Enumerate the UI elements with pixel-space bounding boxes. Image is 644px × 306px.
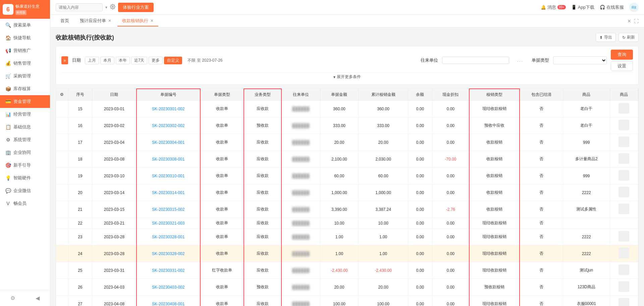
chart-icon: 📊 [5, 112, 11, 117]
filter-date-range: 不限 至 2023-07-26 [187, 58, 222, 63]
cell-counterparty: ██████ [281, 279, 320, 296]
cell-writeoff-type: 收款核销 [469, 184, 520, 201]
sidebar-item-inventory[interactable]: 📦 库存核算 [0, 82, 50, 95]
sidebar-item-sales[interactable]: 💰 销售管理 [0, 57, 50, 70]
sidebar-item-enterprise[interactable]: 🏢 企业协同 [0, 146, 50, 159]
sidebar-item-search[interactable]: 🔍 搜索菜单 [0, 19, 50, 32]
voucher-no-link[interactable]: SK-20230308-001 [152, 157, 184, 162]
cell-date: 2023-04-03 [92, 279, 137, 296]
sidebar-item-purchase[interactable]: 🛒 采购管理 [0, 70, 50, 82]
date-last-month-btn[interactable]: 上月 [85, 57, 99, 64]
tab-home[interactable]: 首页 [56, 16, 74, 26]
table-row: 18 2023-03-08 SK-20230308-001 收款单 应收款 ██… [56, 151, 638, 168]
cell-writeoff-amount: 1.00 [359, 245, 408, 262]
tab-collect[interactable]: 收款核销执行 ✕ [117, 16, 158, 26]
cell-checkbox [56, 134, 68, 151]
voucher-no-link[interactable]: SK-20230304-001 [152, 140, 184, 145]
voucher-no-link[interactable]: SK-20230331-002 [152, 268, 184, 273]
date-7days-btn[interactable]: 近7天 [131, 57, 148, 64]
voucher-no-link[interactable]: SK-20230302-002 [152, 123, 184, 128]
cell-amount: 100.00 [320, 296, 358, 306]
sidebar-item-marketing[interactable]: 📢 营销推广 [0, 44, 50, 57]
chevron-down-icon: ▾ [333, 75, 335, 79]
table-row: 16 2023-03-02 SK-20230302-002 收款单 预收款 ██… [56, 117, 638, 134]
cell-checkbox [56, 117, 68, 134]
voucher-no-link[interactable]: SK-20230403-002 [152, 285, 184, 290]
cell-checkbox [56, 245, 68, 262]
cell-amount: 333.00 [320, 117, 358, 134]
cell-goods: 123D商品 [563, 279, 610, 296]
tab-close-all-icon[interactable]: ✕ [627, 18, 631, 24]
cell-writeoff-amount: 20.00 [359, 279, 408, 296]
user-avatar[interactable]: Rit [629, 3, 639, 12]
tab-expand-icon[interactable]: ⛶ [634, 18, 639, 24]
cell-cash-discount: 0.00 [432, 134, 469, 151]
gear-icon: ⚙ [5, 137, 11, 142]
filter-settings-btn[interactable]: 设置 [611, 61, 633, 71]
sidebar-item-member[interactable]: V 畅会员 [0, 197, 50, 210]
date-this-year-btn[interactable]: 本年 [116, 57, 130, 64]
sidebar-item-finance[interactable]: 💳 资金管理 [0, 95, 50, 108]
cell-writeoff-amount: 2,030.00 [359, 151, 408, 168]
home-icon: 🏠 [5, 35, 11, 41]
cell-include-settled: 否 [520, 201, 563, 218]
cell-cash-discount: 0.00 [432, 184, 469, 201]
query-btn[interactable]: 查询 [611, 50, 633, 60]
notification-btn[interactable]: 🔔 消息 99+ [541, 4, 566, 10]
filter-more-dots[interactable]: ... [513, 58, 528, 63]
export-btn[interactable]: ⬆ 导出 [596, 33, 616, 42]
tab-collect-close[interactable]: ✕ [150, 18, 154, 23]
table-row: 22 2023-03-21 SK-20230321-003 收款单 应收款 ██… [56, 218, 638, 229]
filter-counterparty-input[interactable] [442, 57, 509, 64]
topbar-gear-icon[interactable] [110, 4, 115, 10]
sidebar-item-hardware[interactable]: 💡 智能硬件 [0, 172, 50, 184]
cell-goods [563, 218, 610, 229]
cell-amount: 1,000.00 [320, 184, 358, 201]
voucher-no-link[interactable]: SK-20230314-001 [152, 190, 184, 195]
cell-goods: 测试jun [563, 262, 610, 279]
filter-toggle-btn[interactable]: » [61, 56, 68, 64]
date-custom-btn[interactable]: 自定义 [164, 57, 182, 64]
cell-amount: 3,390.00 [320, 201, 358, 218]
sidebar-settings-btn[interactable]: ⚙ [8, 293, 17, 303]
cell-writeoff-type: 收款核销 [469, 134, 520, 151]
voucher-no-link[interactable]: SK-20230310-001 [152, 174, 184, 178]
cell-date: 2023-03-21 [92, 218, 137, 229]
voucher-no-link[interactable]: SK-20230301-002 [152, 107, 184, 111]
cell-cash-discount: 0.00 [432, 262, 469, 279]
cell-cash-discount: 0.00 [432, 296, 469, 306]
date-this-month-btn[interactable]: 本月 [100, 57, 114, 64]
cell-include-settled: 否 [520, 168, 563, 184]
date-more-btn[interactable]: 更多 [149, 57, 163, 64]
data-table-container: ⚙ 序号 日期 单据编号 单据类型 业务类型 往来单位 单据金额 累计核销金额 … [56, 88, 639, 306]
cell-no: 24 [68, 245, 92, 262]
sidebar-item-quicknav[interactable]: 🏠 快捷导航 [0, 32, 50, 44]
sidebar-item-basic[interactable]: 📋 基础信息 [0, 121, 50, 133]
app-download-btn[interactable]: 📱 App下载 [571, 4, 594, 10]
voucher-no-link[interactable]: SK-20230315-002 [152, 207, 184, 212]
sidebar-item-operations[interactable]: 📊 经营管理 [0, 108, 50, 121]
tab-prepay[interactable]: 预计应应付单 ✕ [75, 16, 116, 26]
topbar-search-input[interactable] [56, 3, 103, 11]
topbar-dropdown-arrow[interactable]: ▾ [105, 5, 107, 10]
tab-prepay-close[interactable]: ✕ [108, 18, 111, 23]
voucher-no-link[interactable]: SK-20230328-002 [152, 251, 184, 256]
cell-counterparty: ██████ [281, 201, 320, 218]
voucher-no-link[interactable]: SK-20230408-001 [152, 302, 184, 306]
filter-expand-btn[interactable]: ▾ 展开更多条件 [61, 72, 633, 81]
trial-industry-btn[interactable]: 体验行业方案 [118, 3, 154, 12]
filter-voucher-type-select[interactable] [553, 56, 607, 64]
voucher-no-link[interactable]: SK-20230321-003 [152, 221, 184, 226]
logo-badge: 标推版 [15, 10, 26, 15]
refresh-btn[interactable]: ↻ 刷新 [619, 33, 639, 42]
sidebar-item-wechat[interactable]: 💬 企业微信 [0, 184, 50, 197]
cell-date: 2023-03-08 [92, 151, 137, 168]
sidebar-item-system[interactable]: ⚙ 系统管理 [0, 133, 50, 146]
voucher-no-link[interactable]: SK-20230328-001 [152, 235, 184, 239]
sidebar-collapse-btn[interactable]: ◀ [34, 293, 42, 303]
online-service-btn[interactable]: 🎧 在线客服 [600, 4, 624, 10]
sidebar-item-guide[interactable]: 🎯 新手引导 [0, 159, 50, 172]
cell-voucher-no: SK-20230304-001 [137, 134, 200, 151]
th-setting[interactable]: ⚙ [56, 89, 68, 101]
cell-voucher-type: 收款单 [200, 134, 244, 151]
